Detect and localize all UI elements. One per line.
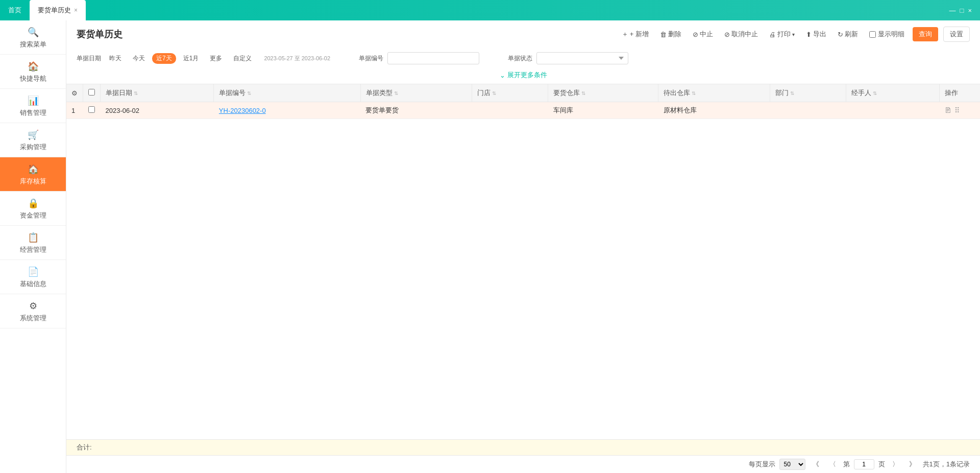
sidebar-item-system[interactable]: ⚙ 系统管理 <box>0 294 66 328</box>
sidebar-item-purchase[interactable]: 🛒 采购管理 <box>0 123 66 157</box>
cancel-stop-button[interactable]: ⊘ 取消中止 <box>721 28 761 41</box>
maximize-icon[interactable]: □ <box>960 7 964 14</box>
orders-table: ⚙ 单据日期 ⇅ 单据编号 <box>66 84 980 119</box>
operations-icon: 📋 <box>28 232 39 243</box>
date-filter-tags: 昨天 今天 近7天 近1月 更多 自定义 <box>105 53 256 64</box>
sidebar-item-inventory[interactable]: 🏠 库存核算 <box>0 157 66 192</box>
refresh-icon: ↻ <box>838 31 843 38</box>
tab-close-icon[interactable]: × <box>74 7 78 14</box>
last-page-btn[interactable]: 》 <box>906 459 919 470</box>
minimize-icon[interactable]: — <box>949 7 956 14</box>
display-detail-checkbox[interactable] <box>869 31 876 38</box>
filter-yesterday[interactable]: 昨天 <box>105 53 126 64</box>
sidebar-item-finance[interactable]: 🔒 资金管理 <box>0 192 66 226</box>
per-page-select[interactable]: 50 20 100 200 <box>779 459 805 470</box>
td-store <box>472 102 548 119</box>
export-label: 导出 <box>813 30 826 39</box>
print-button[interactable]: 🖨 打印 ▾ <box>766 28 798 41</box>
display-detail-toggle[interactable]: 显示明细 <box>866 28 908 41</box>
summary-label: 合计: <box>77 443 92 452</box>
page-title-row: 要货单历史 ＋ + 新增 🗑 删除 ⊘ 中止 <box>77 27 970 42</box>
filter-custom[interactable]: 自定义 <box>229 53 256 64</box>
print-icon: 🖨 <box>769 31 776 38</box>
filter-last7days[interactable]: 近7天 <box>152 53 176 64</box>
filter-more[interactable]: 更多 <box>206 53 226 64</box>
prev-page-btn[interactable]: 〈 <box>826 459 839 470</box>
row-order-no[interactable]: YH-20230602-0 <box>219 107 266 114</box>
page-header: 要货单历史 ＋ + 新增 🗑 删除 ⊘ 中止 <box>66 20 980 84</box>
th-department-sort-icon[interactable]: ⇅ <box>790 90 794 96</box>
delete-button[interactable]: 🗑 删除 <box>657 28 684 41</box>
tab-order-history[interactable]: 要货单历史 × <box>30 0 86 20</box>
settings-button[interactable]: 设置 <box>943 27 970 42</box>
tab-home[interactable]: 首页 <box>0 0 30 20</box>
th-date-sort-icon[interactable]: ⇅ <box>134 90 138 96</box>
sidebar-item-quick-nav[interactable]: 🏠 快捷导航 <box>0 55 66 89</box>
td-department <box>770 102 846 119</box>
sidebar-item-sales[interactable]: 📊 销售管理 <box>0 89 66 123</box>
more-action-icon[interactable]: ⠿ <box>954 106 960 114</box>
filter-today[interactable]: 今天 <box>129 53 149 64</box>
sidebar-item-label-sales: 销售管理 <box>20 108 46 117</box>
new-button[interactable]: ＋ + 新增 <box>619 28 652 41</box>
select-all-checkbox[interactable] <box>88 89 95 96</box>
close-window-icon[interactable]: × <box>968 7 972 14</box>
content-area: 要货单历史 ＋ + 新增 🗑 删除 ⊘ 中止 <box>66 20 980 473</box>
first-page-btn[interactable]: 《 <box>810 459 822 470</box>
th-order-type: 单据类型 ⇅ <box>360 84 472 102</box>
th-order-no-sort-icon[interactable]: ⇅ <box>247 90 251 96</box>
status-filter-group: 单据状态 <box>508 52 628 64</box>
refresh-button[interactable]: ↻ 刷新 <box>835 28 861 41</box>
filter-last1month[interactable]: 近1月 <box>179 53 203 64</box>
th-store-label: 门店 <box>477 88 491 98</box>
th-pending-warehouse-sort-icon[interactable]: ⇅ <box>692 90 696 96</box>
inventory-icon: 🏠 <box>28 163 39 175</box>
status-select[interactable] <box>536 52 628 64</box>
th-action: 操作 <box>939 84 980 102</box>
sales-icon: 📊 <box>28 95 39 106</box>
sidebar-item-basic-info[interactable]: 📄 基础信息 <box>0 260 66 294</box>
expand-more-btn[interactable]: ⌄ 展开更多条件 <box>77 68 970 84</box>
page-input[interactable] <box>854 459 874 469</box>
th-store-sort-icon[interactable]: ⇅ <box>492 90 496 96</box>
query-label: 查询 <box>919 30 932 39</box>
sidebar-item-label-operations: 经营管理 <box>20 245 46 254</box>
window-controls: — □ × <box>949 7 980 14</box>
finance-icon: 🔒 <box>28 198 39 209</box>
query-button[interactable]: 查询 <box>913 27 938 41</box>
th-order-no: 单据编号 ⇅ <box>214 84 360 102</box>
export-button[interactable]: ⬆ 导出 <box>803 28 829 41</box>
th-handler-sort-icon[interactable]: ⇅ <box>873 90 877 96</box>
sidebar: 🔍 搜索菜单 🏠 快捷导航 📊 销售管理 🛒 采购管理 🏠 库存核算 🔒 资金管… <box>0 20 66 473</box>
table-container: ⚙ 单据日期 ⇅ 单据编号 <box>66 84 980 439</box>
row-req-warehouse: 车间库 <box>553 106 573 114</box>
sidebar-item-label-purchase: 采购管理 <box>20 143 46 152</box>
sidebar-item-operations[interactable]: 📋 经营管理 <box>0 226 66 260</box>
delete-label: 删除 <box>668 30 681 39</box>
settings-icon[interactable]: ⚙ <box>71 89 78 97</box>
next-page-btn[interactable]: 〉 <box>889 459 902 470</box>
th-order-type-sort-icon[interactable]: ⇅ <box>394 90 398 96</box>
refresh-label: 刷新 <box>845 30 858 39</box>
filter-row-1: 单据日期 昨天 今天 近7天 近1月 更多 自定义 2023-05- <box>77 52 970 64</box>
td-handler <box>846 102 939 119</box>
pagination-bar: 每页显示 50 20 100 200 《 〈 第 页 〉 》 共1页，1条记录 <box>66 455 980 473</box>
view-action-icon[interactable]: 🖹 <box>944 106 951 114</box>
sidebar-item-search-menu[interactable]: 🔍 搜索菜单 <box>0 20 66 55</box>
sidebar-item-label-finance: 资金管理 <box>20 211 46 220</box>
sidebar-item-label-basic-info: 基础信息 <box>20 279 46 289</box>
td-order-no: YH-20230602-0 <box>214 102 360 119</box>
basic-info-icon: 📄 <box>28 266 39 277</box>
system-icon: ⚙ <box>29 300 37 312</box>
row-date: 2023-06-02 <box>106 107 140 114</box>
new-label: + 新增 <box>630 30 649 39</box>
th-req-warehouse-sort-icon[interactable]: ⇅ <box>581 90 585 96</box>
td-date: 2023-06-02 <box>101 102 214 119</box>
row-checkbox[interactable] <box>88 106 95 113</box>
stop-button[interactable]: ⊘ 中止 <box>690 28 716 41</box>
order-no-input[interactable] <box>387 52 479 64</box>
th-pending-warehouse: 待出仓库 ⇅ <box>658 84 770 102</box>
page-suffix: 页 <box>878 460 885 469</box>
th-action-label: 操作 <box>945 89 958 97</box>
stop-label: 中止 <box>700 30 713 39</box>
